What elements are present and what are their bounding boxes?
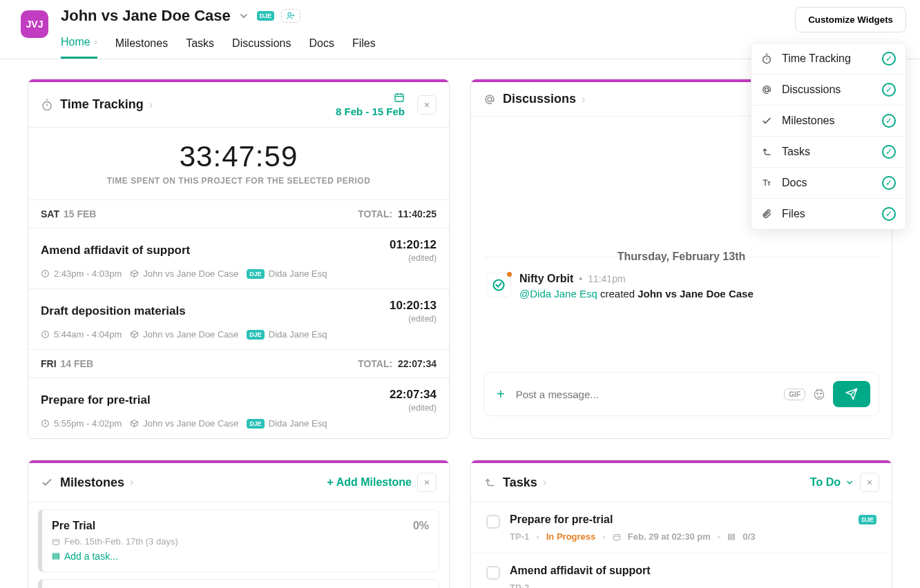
chevron-right-icon[interactable]: › <box>149 99 153 111</box>
expand-icon[interactable] <box>860 473 879 492</box>
invite-user-icon[interactable] <box>281 9 300 23</box>
customize-widgets-button[interactable]: Customize Widgets <box>795 7 906 32</box>
emoji-icon[interactable] <box>812 387 826 401</box>
tab-milestones[interactable]: Milestones <box>115 30 168 59</box>
task-filter-dropdown[interactable]: To Do <box>810 476 854 489</box>
entry-title: Amend affidavit of support <box>41 244 190 257</box>
panel-title: Tasks <box>503 476 537 490</box>
stopwatch-icon <box>761 53 774 64</box>
milestones-panel: Milestones › + Add Milestone Pre Trial0%… <box>28 460 450 588</box>
gif-button[interactable]: GIF <box>784 389 805 400</box>
message-time: 11:41pm <box>588 273 625 284</box>
svg-rect-37 <box>53 553 59 555</box>
add-task-link[interactable]: Add a task... <box>52 551 429 562</box>
add-milestone-button[interactable]: + Add Milestone <box>327 476 412 489</box>
dd-milestones[interactable]: Milestones ✓ <box>751 106 905 137</box>
time-entry[interactable]: Amend affidavit of support 01:20:12 (edi… <box>28 228 449 288</box>
date-range-picker[interactable]: 8 Feb - 15 Feb <box>336 92 405 117</box>
check-icon <box>41 476 53 489</box>
tab-discussions[interactable]: Discussions <box>232 30 291 59</box>
chevron-right-icon[interactable]: › <box>582 93 585 106</box>
svg-rect-39 <box>53 558 59 559</box>
panel-title: Time Tracking <box>60 97 144 112</box>
panel-title: Discussions <box>503 92 576 106</box>
check-circle-icon: ✓ <box>882 114 896 128</box>
milestone-item[interactable]: Pre Trial0% Feb. 15th-Feb. 17th (3 days)… <box>38 509 439 572</box>
svg-rect-38 <box>53 556 59 557</box>
time-entry[interactable]: Draft deposition materials 10:20:13 (edi… <box>28 288 449 349</box>
task-checkbox[interactable] <box>486 566 500 580</box>
entry-title: Prepare for pre-trial <box>41 393 151 407</box>
edited-label: (edited) <box>390 253 437 263</box>
text-icon <box>761 177 774 188</box>
dd-label: Docs <box>782 177 874 189</box>
arrow-icon <box>483 476 496 489</box>
arrow-right-icon <box>761 146 774 157</box>
plus-icon[interactable]: + <box>492 386 509 402</box>
chevron-right-icon[interactable]: › <box>543 476 546 489</box>
chevron-down-icon[interactable] <box>238 10 250 22</box>
clock-icon: 2:43pm - 4:03pm <box>41 268 122 279</box>
message-input[interactable] <box>516 389 778 400</box>
compose-bar: + GIF <box>483 372 879 416</box>
tab-docs[interactable]: Docs <box>309 30 334 59</box>
task-checkbox[interactable] <box>486 515 500 529</box>
svg-point-26 <box>488 97 492 101</box>
entry-duration: 10:20:13 <box>390 299 437 313</box>
dd-label: Files <box>782 208 874 220</box>
date-range-text: 8 Feb - 15 Feb <box>336 106 405 117</box>
check-circle-icon: ✓ <box>882 207 896 221</box>
project-title: John vs Jane Doe Case <box>61 7 231 25</box>
dd-docs[interactable]: Docs ✓ <box>751 168 905 199</box>
dd-label: Time Tracking <box>782 52 874 65</box>
paperclip-icon <box>761 208 774 219</box>
dd-label: Discussions <box>782 84 874 96</box>
tab-home[interactable]: Home› <box>61 30 97 59</box>
check-icon <box>761 115 774 126</box>
at-icon <box>483 93 496 106</box>
svg-point-6 <box>765 88 768 91</box>
chevron-right-icon[interactable]: › <box>130 476 133 489</box>
milestone-item[interactable]: Deposition0% Feb. 15th-Feb. 17th (3 days… <box>38 579 439 588</box>
tab-tasks[interactable]: Tasks <box>186 30 214 59</box>
user-badge: DJE <box>247 269 265 279</box>
nav-tabs: Home› Milestones Tasks Discussions Docs … <box>61 30 376 59</box>
dd-discussions[interactable]: Discussions ✓ <box>751 75 905 106</box>
day-header: SAT 15 FEB TOTAL: 11:40:25 <box>28 199 449 228</box>
svg-rect-35 <box>53 539 59 545</box>
stopwatch-icon <box>41 99 53 111</box>
time-entry[interactable]: Prepare for pre-trial 22:07:34 (edited) … <box>28 378 449 438</box>
box-icon: John vs Jane Doe Case <box>130 268 238 279</box>
tab-files[interactable]: Files <box>352 30 376 59</box>
check-circle-icon: ✓ <box>882 176 896 190</box>
dd-time-tracking[interactable]: Time Tracking ✓ <box>751 43 905 75</box>
mention[interactable]: @Dida Jane Esq <box>519 288 597 300</box>
calendar-icon <box>336 92 405 106</box>
svg-point-30 <box>821 393 822 394</box>
entry-title: Draft deposition materials <box>41 304 186 318</box>
app-header: JVJ John vs Jane Doe Case DJE Home› Mile… <box>0 0 920 59</box>
edited-label: (edited) <box>390 403 437 413</box>
svg-rect-51 <box>729 538 735 540</box>
dd-label: Tasks <box>782 146 874 158</box>
expand-icon[interactable] <box>417 95 437 115</box>
chevron-right-icon: › <box>95 37 97 47</box>
send-button[interactable] <box>833 381 870 407</box>
dd-label: Milestones <box>782 115 874 127</box>
svg-rect-49 <box>729 534 735 536</box>
svg-point-29 <box>817 393 818 394</box>
svg-point-0 <box>288 12 291 16</box>
total-time: 33:47:59 <box>28 128 449 176</box>
check-circle-icon: ✓ <box>882 83 896 97</box>
dd-tasks[interactable]: Tasks ✓ <box>751 137 905 168</box>
project-avatar: JVJ <box>21 10 48 38</box>
task-item[interactable]: Amend affidavit of support TP-2 <box>471 553 892 588</box>
svg-rect-47 <box>613 534 620 540</box>
expand-icon[interactable] <box>417 473 437 492</box>
entry-duration: 22:07:34 <box>390 388 437 402</box>
bot-avatar-icon <box>486 273 511 297</box>
task-item[interactable]: Prepare for pre-trial DJE TP-1• In Progr… <box>471 502 892 553</box>
panel-title: Milestones <box>60 476 124 490</box>
dd-files[interactable]: Files ✓ <box>751 199 905 229</box>
tasks-panel: Tasks › To Do Prepare for pre-trial DJE … <box>470 460 892 588</box>
